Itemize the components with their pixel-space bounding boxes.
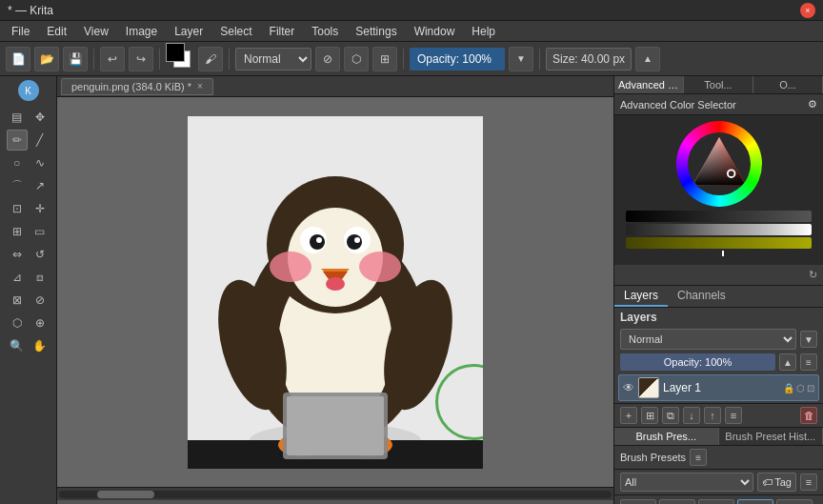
brush-settings-button[interactable]: 🖌 — [198, 47, 223, 71]
horizontal-scrollbar[interactable] — [57, 487, 613, 500]
tab-tool[interactable]: Tool... — [684, 76, 753, 93]
brush-item-4[interactable] — [737, 499, 773, 504]
red-bar[interactable] — [626, 237, 812, 249]
color-selector-settings-icon[interactable]: ⚙ — [808, 98, 817, 111]
menu-layer[interactable]: Layer — [167, 23, 211, 40]
square-tool[interactable]: ▭ — [30, 221, 50, 242]
layers-filter-button[interactable]: ▼ — [800, 331, 817, 348]
move-layer-down-button[interactable]: ↓ — [683, 407, 700, 424]
move-tool[interactable]: ✛ — [30, 198, 50, 219]
wrap-button[interactable]: ⊞ — [372, 47, 397, 71]
rotate-tool[interactable]: ↺ — [30, 244, 50, 265]
toolbox: K ▤ ✥ ✏ ╱ ○ ∿ ⌒ ↗ ⊡ ✛ ⊞ ▭ ⇔ ↺ ⊿ — [0, 76, 57, 504]
selection-tool[interactable]: ▤ — [7, 107, 28, 128]
menu-file[interactable]: File — [4, 23, 37, 40]
arrow-tool[interactable]: ↗ — [30, 175, 50, 196]
menu-window[interactable]: Window — [407, 23, 463, 40]
menu-settings[interactable]: Settings — [348, 23, 404, 40]
save-button[interactable]: 💾 — [63, 47, 88, 71]
layers-options-button[interactable]: ≡ — [800, 353, 817, 371]
layers-blend-select[interactable]: Normal — [620, 329, 796, 350]
smudge-tool[interactable]: ⧈ — [30, 267, 50, 288]
layers-opacity-row: Opacity: 100% ▲ ≡ — [614, 352, 823, 373]
opacity-down[interactable]: ▼ — [509, 47, 533, 71]
document-tab[interactable]: penguin.png (384.0 KiB) * × — [61, 78, 213, 95]
lasso-tool[interactable]: ∿ — [30, 152, 50, 173]
eraser-button[interactable]: ⊘ — [315, 47, 340, 71]
brush-tag-button[interactable]: 🏷 Tag — [757, 473, 796, 492]
layer-inherit-button[interactable]: ⊡ — [807, 383, 814, 393]
layer-menu-button[interactable]: ≡ — [725, 407, 742, 424]
dark-bar[interactable] — [626, 211, 812, 222]
size-spin[interactable]: ▲ — [635, 47, 660, 71]
eyedropper-tool[interactable]: ⊿ — [7, 267, 28, 288]
color-wheel[interactable] — [676, 121, 762, 207]
refresh-icon[interactable]: ↻ — [807, 267, 819, 283]
color-triangle[interactable] — [688, 132, 751, 195]
canvas-scroll[interactable] — [57, 97, 613, 487]
krita-logo[interactable]: K — [18, 80, 39, 101]
brush-item-5[interactable] — [776, 499, 813, 504]
path-tool[interactable]: ⌒ — [7, 175, 28, 196]
menu-help[interactable]: Help — [464, 23, 503, 40]
pan-tool[interactable]: ✋ — [30, 335, 50, 356]
scroll-thumb[interactable] — [97, 491, 154, 498]
line-tool[interactable]: ╱ — [30, 130, 50, 151]
transform-tool[interactable]: ✥ — [30, 107, 50, 128]
fill-tool[interactable]: ⊠ — [7, 290, 28, 311]
layer-lock-button[interactable]: 🔒 — [783, 383, 794, 393]
delete-layer-button[interactable]: 🗑 — [800, 407, 817, 424]
clone-tool[interactable]: ⊕ — [30, 312, 50, 333]
brush-section-options[interactable]: ≡ — [690, 449, 707, 466]
color-selector[interactable] — [166, 43, 194, 71]
brush-filter-select[interactable]: All — [620, 473, 753, 492]
brush-tool[interactable]: ✏ — [7, 130, 28, 151]
close-button[interactable]: × — [800, 3, 815, 18]
brush-options-button[interactable]: ≡ — [800, 474, 817, 491]
mirror-tool[interactable]: ⇔ — [7, 244, 28, 265]
menu-image[interactable]: Image — [118, 23, 165, 40]
grid-tool[interactable]: ⊞ — [7, 221, 28, 242]
menu-filter[interactable]: Filter — [262, 23, 303, 40]
tab-advanced-color[interactable]: Advanced Color ... — [614, 76, 684, 93]
erase-tool[interactable]: ⊘ — [30, 290, 50, 311]
layer-alpha-button[interactable]: ⬡ — [796, 383, 805, 393]
menu-edit[interactable]: Edit — [39, 23, 74, 40]
tool-row-11: 🔍 ✋ — [7, 335, 50, 356]
add-layer-button[interactable]: + — [620, 407, 637, 424]
brush-presets-tab[interactable]: Brush Pres... — [614, 428, 719, 445]
brush-item-2[interactable] — [659, 499, 695, 504]
smart-patch-tool[interactable]: ⬡ — [7, 312, 28, 333]
open-button[interactable]: 📂 — [34, 47, 59, 71]
layers-opacity-spin[interactable]: ▲ — [779, 353, 796, 371]
group-layer-button[interactable]: ⊞ — [641, 407, 658, 424]
menu-select[interactable]: Select — [212, 23, 259, 40]
layers-opacity-bar[interactable]: Opacity: 100% — [620, 353, 775, 371]
redo-button[interactable]: ↪ — [129, 47, 153, 71]
tab-other[interactable]: O... — [753, 76, 823, 93]
new-button[interactable]: 📄 — [6, 47, 30, 71]
brush-history-tab[interactable]: Brush Preset Hist... — [719, 428, 824, 445]
move-layer-up-button[interactable]: ↑ — [704, 407, 721, 424]
undo-button[interactable]: ↩ — [100, 47, 125, 71]
crop-tool[interactable]: ⊡ — [7, 198, 28, 219]
menu-tools[interactable]: Tools — [304, 23, 346, 40]
shape-tool[interactable]: ○ — [7, 152, 28, 173]
layers-tab[interactable]: Layers — [614, 286, 668, 307]
blend-mode-select[interactable]: Normal — [235, 48, 311, 71]
menu-view[interactable]: View — [76, 23, 116, 40]
foreground-color[interactable] — [166, 43, 185, 62]
layer-visibility-toggle[interactable]: 👁 — [623, 381, 634, 394]
hue-ring[interactable] — [676, 121, 762, 207]
gray-bar[interactable] — [626, 224, 812, 235]
preserve-alpha-button[interactable]: ⬡ — [344, 47, 369, 71]
tab-close-button[interactable]: × — [197, 81, 203, 91]
brush-item-1[interactable] — [620, 499, 656, 504]
duplicate-layer-button[interactable]: ⧉ — [662, 407, 679, 424]
brush-item-3[interactable] — [698, 499, 734, 504]
layer-row[interactable]: 👁 Layer 1 🔒 ⬡ ⊡ — [618, 374, 819, 401]
zoom-tool[interactable]: 🔍 — [7, 335, 28, 356]
channels-tab[interactable]: Channels — [668, 286, 735, 307]
canvas[interactable] — [188, 116, 483, 469]
scroll-track[interactable] — [59, 491, 612, 498]
